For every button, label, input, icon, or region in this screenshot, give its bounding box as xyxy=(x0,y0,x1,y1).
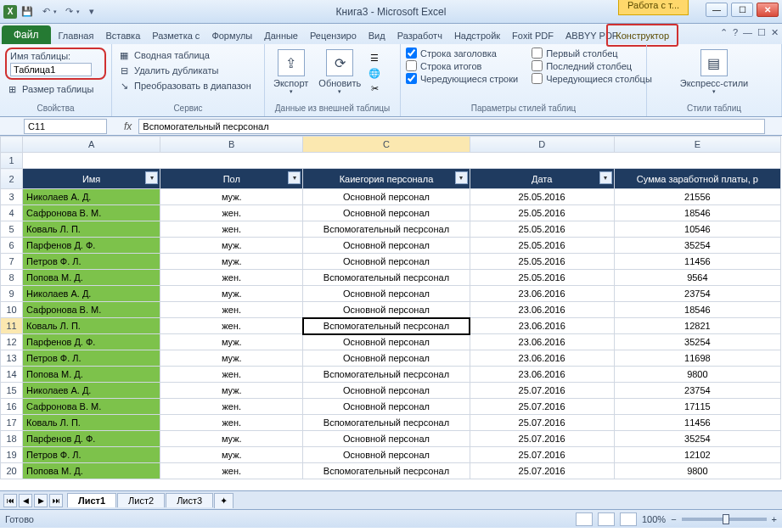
cell[interactable]: Основной персонал xyxy=(303,302,470,318)
row-header[interactable]: 13 xyxy=(1,350,23,367)
cell[interactable]: 25.07.2016 xyxy=(470,431,614,447)
browser-icon[interactable]: 🌐 xyxy=(368,66,381,80)
cell[interactable]: муж. xyxy=(160,238,303,254)
cell[interactable]: Основной персонал xyxy=(303,189,470,205)
row-header[interactable]: 1 xyxy=(1,153,23,169)
cell[interactable]: 21556 xyxy=(614,189,780,205)
cell[interactable]: 23.06.2016 xyxy=(470,350,614,367)
cell[interactable]: Сафронова В. М. xyxy=(23,205,160,221)
tab-data[interactable]: Данные xyxy=(258,26,304,44)
cell[interactable]: Николаев А. Д. xyxy=(23,286,160,302)
zoom-slider[interactable] xyxy=(682,518,767,521)
cell[interactable]: 23.06.2016 xyxy=(470,318,614,334)
cell[interactable]: Петров Ф. Л. xyxy=(23,447,160,463)
cell[interactable]: 23754 xyxy=(614,286,780,302)
col-header-a[interactable]: A xyxy=(23,137,160,153)
cell[interactable]: Попова М. Д. xyxy=(23,367,160,383)
row-header[interactable]: 2 xyxy=(1,169,23,189)
cell[interactable]: 12821 xyxy=(614,318,780,334)
col-header-e[interactable]: E xyxy=(614,137,780,153)
cell[interactable]: жен. xyxy=(160,221,303,238)
row-header[interactable]: 7 xyxy=(1,254,23,270)
cell[interactable]: Вспомогательный песрсонал xyxy=(303,270,470,286)
export-button[interactable]: ⇪Экспорт▾ xyxy=(270,48,312,97)
cell[interactable]: 25.07.2016 xyxy=(470,463,614,479)
row-header[interactable]: 16 xyxy=(1,399,23,415)
formula-input[interactable] xyxy=(138,119,765,134)
cell[interactable]: муж. xyxy=(160,350,303,367)
filter-dropdown-icon[interactable]: ▾ xyxy=(288,171,301,184)
cell[interactable]: 11698 xyxy=(614,350,780,367)
row-header[interactable]: 4 xyxy=(1,205,23,221)
row-header[interactable]: 15 xyxy=(1,383,23,399)
save-icon[interactable]: 💾 xyxy=(19,3,36,20)
cell[interactable]: 25.05.2016 xyxy=(470,189,614,205)
tab-developer[interactable]: Разработч xyxy=(391,26,448,44)
cell[interactable]: Основной персонал xyxy=(303,383,470,399)
chk-first-col[interactable]: Первый столбец xyxy=(532,48,652,59)
remove-duplicates-button[interactable]: ⊟Удалить дубликаты xyxy=(117,63,259,78)
cell[interactable]: Вспомогательный песрсонал xyxy=(303,463,470,479)
cell[interactable]: Парфенов Д. Ф. xyxy=(23,334,160,350)
filter-dropdown-icon[interactable]: ▾ xyxy=(145,171,158,184)
cell[interactable]: муж. xyxy=(160,286,303,302)
row-header[interactable]: 5 xyxy=(1,221,23,238)
excel-logo-icon[interactable]: X xyxy=(3,5,17,19)
cell[interactable]: муж. xyxy=(160,383,303,399)
cell[interactable]: жен. xyxy=(160,302,303,318)
cell[interactable]: 9800 xyxy=(614,463,780,479)
cell[interactable]: жен. xyxy=(160,399,303,415)
cell[interactable]: Петров Ф. Л. xyxy=(23,254,160,270)
cell[interactable]: Основной персонал xyxy=(303,447,470,463)
cell[interactable]: 10546 xyxy=(614,221,780,238)
table-name-input[interactable] xyxy=(10,63,92,76)
cell[interactable]: Парфенов Д. Ф. xyxy=(23,238,160,254)
cell[interactable]: 17115 xyxy=(614,399,780,415)
cell[interactable]: Вспомогательный песрсонал xyxy=(303,221,470,238)
zoom-out-button[interactable]: − xyxy=(671,514,676,524)
sheet-nav-last[interactable]: ⏭ xyxy=(49,494,63,507)
cell[interactable]: Попова М. Д. xyxy=(23,270,160,286)
chk-banded-rows[interactable]: Чередующиеся строки xyxy=(406,73,518,84)
cell[interactable]: 25.05.2016 xyxy=(470,205,614,221)
cell[interactable]: Основной персонал xyxy=(303,286,470,302)
tab-view[interactable]: Вид xyxy=(363,26,391,44)
cell[interactable]: Коваль Л. П. xyxy=(23,221,160,238)
cell[interactable]: Основной персонал xyxy=(303,350,470,367)
row-header[interactable]: 3 xyxy=(1,189,23,205)
sheet-nav-next[interactable]: ▶ xyxy=(34,494,48,507)
cell[interactable]: жен. xyxy=(160,415,303,431)
cell[interactable]: 23.06.2016 xyxy=(470,302,614,318)
cell[interactable]: Сафронова В. М. xyxy=(23,399,160,415)
cell[interactable]: Вспомогательный песрсонал xyxy=(303,415,470,431)
view-normal-icon[interactable] xyxy=(576,512,593,526)
cell[interactable]: Петров Ф. Л. xyxy=(23,350,160,367)
row-header[interactable]: 8 xyxy=(1,270,23,286)
cell[interactable]: Коваль Л. П. xyxy=(23,318,160,334)
sheet-tab-3[interactable]: Лист3 xyxy=(166,493,213,507)
tab-insert[interactable]: Вставка xyxy=(99,26,146,44)
row-header[interactable]: 12 xyxy=(1,334,23,350)
cell[interactable]: 25.05.2016 xyxy=(470,221,614,238)
row-header[interactable]: 20 xyxy=(1,463,23,479)
convert-range-button[interactable]: ↘Преобразовать в диапазон xyxy=(117,78,259,93)
sheet-tab-new[interactable]: ✦ xyxy=(214,493,233,508)
cell[interactable]: 25.05.2016 xyxy=(470,254,614,270)
cell[interactable]: жен. xyxy=(160,205,303,221)
sheet-tab-1[interactable]: Лист1 xyxy=(67,493,116,507)
cell[interactable]: муж. xyxy=(160,447,303,463)
close-button[interactable]: ✕ xyxy=(757,3,779,17)
row-header[interactable]: 14 xyxy=(1,367,23,383)
cell[interactable]: Основной персонал xyxy=(303,399,470,415)
cell[interactable]: 12102 xyxy=(614,447,780,463)
cell[interactable]: муж. xyxy=(160,254,303,270)
row-header[interactable]: 6 xyxy=(1,238,23,254)
cell[interactable]: Основной персонал xyxy=(303,205,470,221)
quick-styles-button[interactable]: ▤Экспресс-стили▾ xyxy=(677,48,751,97)
row-header[interactable]: 19 xyxy=(1,447,23,463)
tab-addins[interactable]: Надстройк xyxy=(448,26,506,44)
cell[interactable]: 9564 xyxy=(614,270,780,286)
select-all-corner[interactable] xyxy=(1,137,23,153)
sheet-tab-2[interactable]: Лист2 xyxy=(117,493,165,507)
fx-icon[interactable]: fx xyxy=(124,120,132,132)
